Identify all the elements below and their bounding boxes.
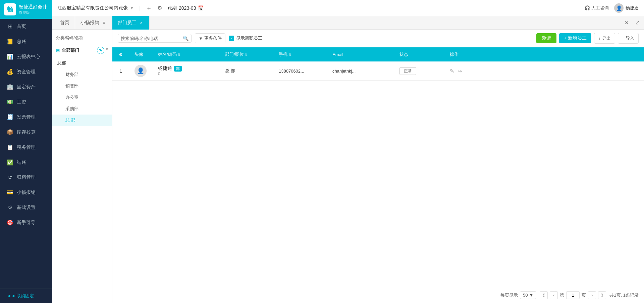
service-button[interactable]: 🎧 人工咨询 [585, 5, 609, 11]
name-sort-icon: ⇅ [178, 53, 180, 56]
employee-search-icon[interactable]: 🔍 [183, 36, 189, 41]
dept-edit-button[interactable]: ✎ [97, 47, 104, 54]
dept-item-general[interactable]: 总 部 [52, 115, 112, 126]
page-suffix: 页 [582, 292, 586, 298]
dept-collapse-button[interactable]: « [106, 47, 108, 54]
sidebar-nav: ⊞ 首页 📒 总账 📊 云报表中心 💰 资金管理 🏢 固定资产 💵 工资 🧾 发… [0, 19, 52, 289]
row-email: chanjethkj... [327, 61, 394, 81]
dept-item-purchase[interactable]: 采购部 [52, 103, 112, 115]
sidebar-item-salary-label: 工资 [17, 99, 26, 105]
all-dept-header[interactable]: ⊞ 全部部门 ✎ « [52, 43, 112, 57]
show-resigned-checkbox[interactable]: ✓ [229, 36, 234, 41]
toolbar-right: 邀请 + 新增员工 ↓ 导出 ↑ 导入 [536, 33, 639, 44]
sidebar-item-tax-label: 税务管理 [17, 144, 36, 150]
dept-search-input[interactable] [56, 35, 112, 40]
page-input[interactable] [566, 291, 580, 299]
user-menu[interactable]: 👤 畅捷通 [614, 3, 639, 13]
logo-icon: 畅 [4, 3, 16, 15]
topbar-right: 🎧 人工咨询 👤 畅捷通 [585, 3, 639, 13]
more-filter-button[interactable]: ▼ 更多条件 [195, 33, 225, 43]
row-index: 1 [112, 61, 129, 81]
col-name[interactable]: 姓名/编码 ⇅ [153, 47, 220, 61]
first-page-button[interactable]: ⟪ [540, 291, 548, 299]
dept-item-finance[interactable]: 财务部 [52, 69, 112, 80]
sidebar-item-invoice[interactable]: 🧾 发票管理 [0, 110, 52, 125]
row-status: 正常 [394, 61, 444, 81]
col-dept[interactable]: 部门/职位 ⇅ [220, 47, 273, 61]
company-name: 江西服宝精品有限责任公司内账张 [57, 5, 128, 11]
username: 畅捷通 [626, 5, 639, 11]
sidebar-item-archive[interactable]: 🗂 归档管理 [0, 170, 52, 185]
tab-employees[interactable]: 部门员工 × [112, 16, 150, 30]
per-page-label: 每页显示 [500, 292, 518, 298]
dept-item-purchase-label: 采购部 [65, 106, 78, 112]
add-company-button[interactable]: ＋ [146, 4, 152, 12]
dept-item-sales[interactable]: 销售部 [52, 80, 112, 92]
settle-icon: ✅ [7, 159, 13, 166]
chevron-down-icon: ▼ [130, 6, 134, 10]
import-button[interactable]: ↑ 导入 [618, 33, 639, 44]
company-selector[interactable]: 江西服宝精品有限责任公司内账张 ▼ [57, 5, 134, 11]
tax-icon: 📋 [7, 144, 13, 150]
sidebar-item-capital[interactable]: 💰 资金管理 [0, 64, 52, 79]
last-page-button[interactable]: ⟫ [598, 291, 606, 299]
settings-button[interactable]: ⚙ [157, 5, 162, 11]
row-actions: ✎ ↪ [444, 61, 644, 81]
page-total: 共1页, 1条记录 [609, 292, 639, 298]
tab-close-all-button[interactable]: ✕ [623, 19, 631, 27]
edit-button[interactable]: ✎ [450, 68, 454, 74]
sidebar-item-xiaochang[interactable]: 💳 小畅报销 [0, 185, 52, 200]
sidebar-item-home-label: 首页 [17, 24, 26, 30]
all-dept-label: 全部部门 [62, 47, 79, 53]
tab-xiaochang-label: 小畅报销 [80, 20, 99, 26]
page-size-dropdown[interactable]: 50 ▼ [520, 291, 536, 299]
period-selector[interactable]: 账期 2023-03 📅 [167, 5, 204, 11]
sidebar-item-ledger[interactable]: 📒 总账 [0, 34, 52, 49]
sidebar-item-settings[interactable]: ⚙ 基础设置 [0, 200, 52, 215]
sidebar-item-reports[interactable]: 📊 云报表中心 [0, 49, 52, 64]
sidebar-item-assets[interactable]: 🏢 固定资产 [0, 79, 52, 94]
dept-panel: 🔍 ⊞ 全部部门 ✎ « 总部 财务部 [52, 30, 112, 303]
tab-xiaochang[interactable]: 小畅报销 × [75, 16, 112, 30]
status-badge: 正常 [399, 67, 416, 75]
sidebar-item-inventory[interactable]: 📦 库存核算 [0, 125, 52, 140]
tab-bar: 首页 小畅报销 × 部门员工 × ✕ ⤢ [52, 16, 644, 30]
dept-item-root[interactable]: 总部 [52, 57, 112, 69]
sidebar-item-assets-label: 固定资产 [17, 84, 36, 90]
sidebar-item-guide[interactable]: 🎯 新手引导 [0, 215, 52, 230]
table-header-row: ⚙ 头像 姓名/编码 ⇅ 部门/职位 ⇅ 手机 [112, 47, 644, 61]
invite-button[interactable]: 邀请 [536, 33, 556, 43]
export-button[interactable]: ↓ 导出 [594, 33, 615, 44]
tab-employees-close[interactable]: × [139, 20, 144, 26]
prev-page-button[interactable]: ‹ [550, 291, 558, 299]
assets-icon: 🏢 [7, 84, 13, 90]
col-phone[interactable]: 手机 ⇅ [273, 47, 327, 61]
next-page-button[interactable]: › [588, 291, 596, 299]
sidebar-item-salary[interactable]: 💵 工资 [0, 94, 52, 110]
employee-search-input[interactable] [121, 36, 181, 41]
tab-home[interactable]: 首页 [55, 16, 75, 30]
col-settings[interactable]: ⚙ [112, 47, 129, 61]
row-dept: 总 部 [220, 61, 273, 81]
employee-toolbar: 🔍 ▼ 更多条件 ✓ 显示离职员工 邀请 + 新增员工 ↓ 导出 [112, 30, 644, 47]
invoice-icon: 🧾 [7, 114, 13, 120]
avatar-icon: 👤 [616, 5, 622, 11]
avatar-image: 👤 [135, 65, 147, 77]
dept-item-office[interactable]: 办公室 [52, 92, 112, 103]
capital-icon: 💰 [7, 69, 13, 75]
tab-xiaochang-close[interactable]: × [101, 20, 107, 26]
add-employee-button[interactable]: + 新增员工 [559, 33, 591, 43]
sidebar-item-tax[interactable]: 📋 税务管理 [0, 140, 52, 155]
archive-icon: 🗂 [7, 174, 13, 180]
show-resigned-label: 显示离职员工 [236, 35, 262, 41]
service-label: 人工咨询 [591, 5, 609, 11]
separator: | [139, 5, 141, 11]
sidebar-item-home[interactable]: ⊞ 首页 [0, 19, 52, 34]
logout-button[interactable]: ↪ [458, 68, 462, 74]
unpin-button[interactable]: ◄◄ 取消固定 [0, 289, 52, 303]
col-actions: 操作 [444, 47, 644, 61]
sidebar-item-settle[interactable]: ✅ 结账 [0, 155, 52, 170]
tab-home-label: 首页 [60, 20, 69, 26]
dept-search: 🔍 [52, 32, 112, 43]
tab-expand-button[interactable]: ⤢ [633, 19, 641, 27]
